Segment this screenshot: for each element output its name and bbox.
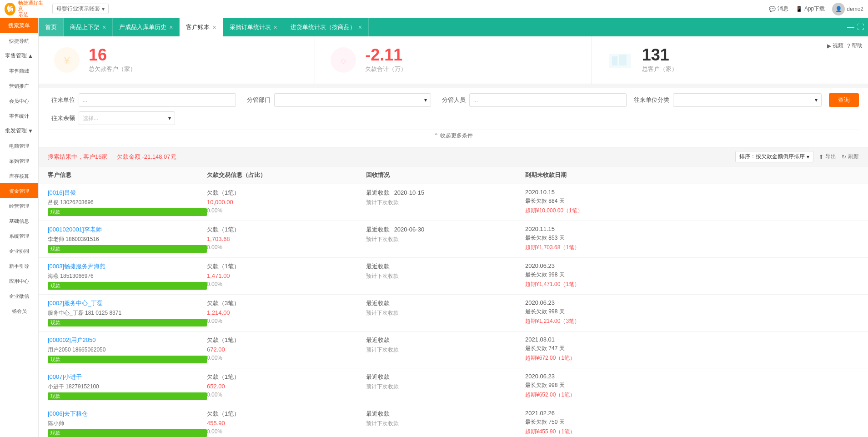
avatar-image: 👤 xyxy=(832,3,845,15)
sidebar-item-system[interactable]: 系统管理 xyxy=(0,228,38,243)
customer-name-link-3[interactable]: [0002]服务中心_丁磊 xyxy=(48,299,207,307)
sidebar-item-member[interactable]: 会员中心 xyxy=(0,93,38,108)
video-btn[interactable]: ▶ 视频 xyxy=(827,42,843,50)
refresh-button[interactable]: ↻ 刷新 xyxy=(842,153,859,161)
tab-close-icon[interactable]: × xyxy=(212,24,216,30)
sidebar-item-batch-mgmt[interactable]: 批发管理 ▼ xyxy=(0,123,38,138)
filter-row-1: 往来单位 ... 分管部门 ▾ xyxy=(48,93,859,107)
debt-amount-label: 欠款合计（万） xyxy=(365,65,406,73)
table-row: [0006]去下粮仓 陈小帅 现款 欠款（1笔） 455.90 0.00% xyxy=(39,405,868,437)
overdue-days-0: 最长欠款 884 天 xyxy=(525,197,859,205)
customer-info-3: [0002]服务中心_丁磊 服务中心_丁磊 181 0125 8371 现款 xyxy=(48,299,207,326)
tab-production-history[interactable]: 产成品入库单历史 × xyxy=(113,18,180,36)
sidebar-item-business[interactable]: 经营管理 xyxy=(0,198,38,213)
filter-person-input[interactable]: ... xyxy=(469,93,627,107)
collection-next-2: 预计下次收款 xyxy=(366,272,525,280)
debt-amount-5[interactable]: 652.00 xyxy=(207,383,366,390)
sidebar-item-finance[interactable]: 资金管理 xyxy=(0,183,38,198)
debt-amount-0[interactable]: 10,000.00 xyxy=(207,199,366,206)
table-row: [0003]畅捷服务尹海燕 海燕 18513066976 现款 欠款（1笔） 1… xyxy=(39,258,868,295)
store-selector[interactable]: 母婴行业演示账套 ▾ xyxy=(52,4,109,14)
sidebar-item-free-member[interactable]: 畅会员 xyxy=(0,303,38,318)
sidebar-item-retail-stat[interactable]: 零售统计 xyxy=(0,108,38,123)
debt-amount-3[interactable]: 1,214.00 xyxy=(207,309,366,316)
overdue-amount-link-0[interactable]: 超期¥10,000.00（1笔） xyxy=(525,207,859,215)
sidebar-item-app-center[interactable]: 应用中心 xyxy=(0,273,38,288)
data-table: 客户信息 欠款交易信息（占比） 回收情况 到期未收款日期 [0016]吕俊 吕俊… xyxy=(39,166,868,437)
filter-company-type-arrow-icon: ▾ xyxy=(815,97,818,103)
overdue-amount-link-5[interactable]: 超期¥652.00（1笔） xyxy=(525,391,859,399)
overdue-amount-link-6[interactable]: 超期¥455.90（1笔） xyxy=(525,428,859,436)
customer-name-link-2[interactable]: [0003]畅捷服务尹海燕 xyxy=(48,262,207,271)
tab-close-icon[interactable]: × xyxy=(169,24,173,30)
help-btn[interactable]: ? 帮助 xyxy=(847,42,863,50)
overdue-amount-link-1[interactable]: 超期¥1,703.68（1笔） xyxy=(525,244,859,251)
sidebar-item-inventory[interactable]: 库存核算 xyxy=(0,168,38,183)
sidebar-item-quick-nav[interactable]: 快捷导航 xyxy=(0,33,38,48)
filter-item-dept: 分管部门 ▾ xyxy=(243,93,431,107)
tab-close-icon[interactable]: × xyxy=(358,24,362,30)
tab-purchase-stat[interactable]: 采购订单统计表 × xyxy=(223,18,284,36)
overdue-amount-link-4[interactable]: 超期¥672.00（1笔） xyxy=(525,354,859,362)
debt-ratio-5: 0.00% xyxy=(207,392,366,398)
tab-product-list[interactable]: 商品上下架 × xyxy=(64,18,113,36)
tab-maximize-btn[interactable]: ⛶ xyxy=(857,23,864,31)
tab-incoming-stat[interactable]: 进货单统计表（按商品） × xyxy=(284,18,369,36)
app-download-button[interactable]: 📱 App下载 xyxy=(796,5,825,13)
sidebar-item-marketing[interactable]: 营销推广 xyxy=(0,78,38,93)
customer-name-link-1[interactable]: [0001020001]李老师 xyxy=(48,226,207,234)
collection-info-0: 最近收款 2020-10-15 预计下次收款 xyxy=(366,189,525,206)
user-avatar[interactable]: 👤 demo2 xyxy=(832,3,863,15)
result-info-bar: 搜索结果中，客户16家 欠款金额 -21,148.07元 排序：按欠款金额倒序排… xyxy=(39,147,868,166)
tab-minimize-btn[interactable]: — xyxy=(847,23,854,31)
download-icon: 📱 xyxy=(796,6,803,12)
debt-amount-4[interactable]: 672.00 xyxy=(207,346,366,353)
tab-close-icon[interactable]: × xyxy=(274,24,277,30)
sidebar-item-retail-mgmt[interactable]: 零售管理 ▲ xyxy=(0,48,38,63)
customer-name-link-5[interactable]: [0007]小进干 xyxy=(48,373,207,381)
overdue-amount-link-2[interactable]: 超期¥1,471.00（1笔） xyxy=(525,281,859,288)
filter-dept-arrow-icon: ▾ xyxy=(424,97,427,103)
debt-ratio-4: 0.00% xyxy=(207,355,366,361)
collection-next-0: 预计下次收款 xyxy=(366,199,525,206)
sidebar-item-enterprise[interactable]: 企业协同 xyxy=(0,243,38,258)
logo-icon: 畅 xyxy=(5,3,15,15)
sidebar-search[interactable]: 搜索菜单 xyxy=(0,18,38,33)
customer-name-link-4[interactable]: [000002]用户2050 xyxy=(48,336,207,344)
filter-company-type-select[interactable]: ▾ xyxy=(673,93,822,107)
search-button[interactable]: 查询 xyxy=(829,93,859,107)
overdue-info-5: 2020.06.23 最长欠款 998 天 超期¥652.00（1笔） xyxy=(525,373,859,399)
tab-home[interactable]: 首页 xyxy=(39,18,64,36)
sidebar-item-basic-info[interactable]: 基础信息 xyxy=(0,213,38,228)
collection-info-3: 最近收款 预计下次收款 xyxy=(366,299,525,317)
collection-next-3: 预计下次收款 xyxy=(366,309,525,317)
debt-ratio-6: 0.00% xyxy=(207,428,366,435)
debt-amount-6[interactable]: 455.90 xyxy=(207,420,366,427)
overdue-amount-link-3[interactable]: 超期¥1,214.00（3笔） xyxy=(525,317,859,325)
sidebar-item-enterprise-wechat[interactable]: 企业微信 xyxy=(0,288,38,303)
sidebar-item-ecommerce[interactable]: 电商管理 xyxy=(0,138,38,153)
stat-card-debt-customers: ¥ 16 总欠款客户（家） xyxy=(39,36,315,84)
tab-customer-account[interactable]: 客户账本 × xyxy=(180,18,223,36)
collapse-more-filters[interactable]: ⌃ 收起更多条件 xyxy=(48,130,859,141)
debt-amount-2[interactable]: 1,471.00 xyxy=(207,272,366,279)
message-button[interactable]: 💬 消息 xyxy=(769,5,788,13)
export-button[interactable]: ⬆ 导出 xyxy=(819,153,836,161)
customer-name-link-0[interactable]: [0016]吕俊 xyxy=(48,189,207,197)
tab-close-icon[interactable]: × xyxy=(102,24,106,30)
filter-balance-select[interactable]: 选择... ▾ xyxy=(79,111,175,125)
sidebar-item-purchase[interactable]: 采购管理 xyxy=(0,153,38,168)
overdue-days-4: 最长欠款 747 天 xyxy=(525,345,859,352)
sidebar-item-retail-mall[interactable]: 零售商城 xyxy=(0,63,38,78)
debt-amount-1[interactable]: 1,703.68 xyxy=(207,236,366,242)
customer-name-link-6[interactable]: [0006]去下粮仓 xyxy=(48,410,207,418)
sort-selector[interactable]: 排序：按欠款金额倒序排序 ▾ xyxy=(735,151,813,162)
filter-company-input[interactable]: ... xyxy=(79,93,236,107)
customer-tag-5: 现款 xyxy=(48,392,207,400)
debt-customers-label: 总欠款客户（家） xyxy=(89,65,136,73)
filter-dept-select[interactable]: ▾ xyxy=(274,93,431,107)
overdue-info-2: 2020.06.23 最长欠款 998 天 超期¥1,471.00（1笔） xyxy=(525,262,859,288)
svg-text:◇: ◇ xyxy=(341,57,346,65)
filter-dept-label: 分管部门 xyxy=(243,96,271,104)
sidebar-item-new-guide[interactable]: 新手引导 xyxy=(0,258,38,273)
